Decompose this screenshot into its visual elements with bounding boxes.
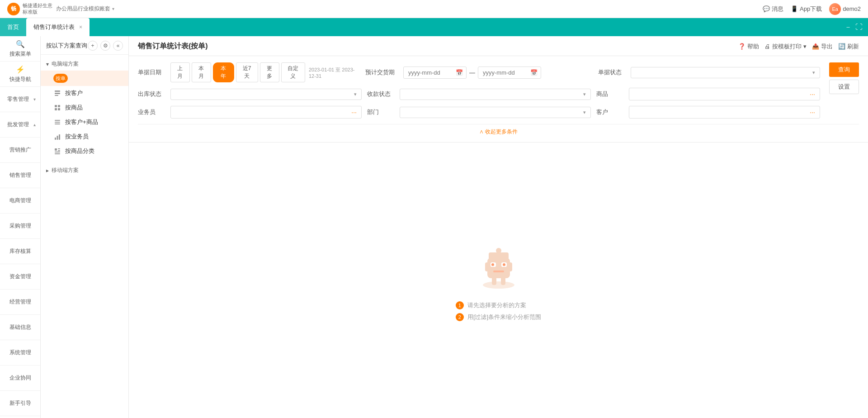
customer-more-icon[interactable]: ··· [810, 109, 815, 116]
sidebar-item-finance[interactable]: 资金管理 [0, 264, 40, 290]
customer-select[interactable]: ··· [629, 106, 820, 119]
scheme-item-by-product[interactable]: 按商品 [41, 100, 128, 115]
sidebar-item-corp-collab[interactable]: 企业协同 [0, 366, 40, 391]
sidebar-item-basic-info[interactable]: 基础信息 [0, 315, 40, 340]
status-select[interactable]: ▾ [631, 67, 820, 78]
scheme-item-by-salesperson[interactable]: 按业务员 [41, 129, 128, 144]
scheme-item-by-customer[interactable]: 按客户 [41, 86, 128, 100]
tab-close-icon[interactable]: × [79, 24, 82, 30]
salesperson-select[interactable]: ··· [170, 106, 362, 119]
scheme-item-by-order[interactable]: 按单 [41, 71, 128, 86]
sidebar-item-ecommerce[interactable]: 电商管理 [0, 188, 40, 214]
page-title-row: 销售订单统计表(按单) ❓ 帮助 🖨 按模板打印 ▾ 📤 [138, 42, 859, 56]
date-btn-custom[interactable]: 自定义 [281, 62, 305, 82]
sidebar-item-sales[interactable]: 销售管理 [0, 163, 40, 188]
left-panel-header: 按以下方案查询 + ⚙ « [41, 36, 128, 55]
query-btn-group: 查询 设置 [829, 62, 859, 119]
sidebar-item-operations[interactable]: 经营管理 [0, 290, 40, 315]
sidebar-item-wholesale[interactable]: 批发管理 ▴ [0, 112, 40, 138]
date-range-text: 2023-01-01 至 2023-12-31 [309, 66, 360, 79]
logo-area: 畅 畅捷通好生意 标准版 [7, 3, 52, 15]
ship-status-label: 出库状态 [138, 90, 165, 98]
calendar-end-icon[interactable]: 📅 [530, 69, 538, 76]
user-menu[interactable]: Ea demo2 [829, 3, 861, 15]
scheme-group-arrow-icon: ▾ [46, 61, 49, 67]
tab-expand-icon[interactable]: ⛶ [855, 23, 863, 31]
svg-rect-10 [55, 138, 56, 140]
collapse-panel-button[interactable]: « [113, 41, 123, 51]
collapse-bar[interactable]: ∧ 收起更多条件 [138, 124, 859, 136]
svg-rect-19 [487, 258, 510, 278]
page-title: 销售订单统计表(按单) [138, 42, 208, 51]
scheme-group-mobile: ▸ 移动端方案 [41, 161, 128, 180]
product-select[interactable]: ··· [629, 88, 820, 100]
svg-rect-8 [55, 122, 60, 123]
scheme-group-mobile-title[interactable]: ▸ 移动端方案 [41, 164, 128, 177]
salesperson-more-icon[interactable]: ··· [351, 109, 357, 116]
top-bar: 畅 畅捷通好生意 标准版 办公用品行业模拟账套 ▾ 💬 消息 📱 App下载 E… [0, 0, 868, 18]
refresh-button[interactable]: 🔄 刷新 [838, 43, 859, 51]
by-category-icon [53, 147, 61, 155]
logo-text: 畅捷通好生意 标准版 [23, 3, 52, 14]
date-btn-this-year[interactable]: 本年 [213, 62, 234, 82]
by-cust-prod-icon [53, 118, 61, 126]
add-scheme-button[interactable]: + [88, 41, 98, 51]
sidebar-item-marketing[interactable]: 营销推广 [0, 138, 40, 163]
sidebar-item-retail[interactable]: 零售管理 ▾ [0, 87, 40, 112]
expected-date-group: 📅 — 📅 [403, 66, 593, 79]
sidebar-item-search-menu[interactable]: 🔍 搜索菜单 [0, 36, 40, 62]
svg-rect-1 [55, 93, 60, 94]
search-menu-icon: 🔍 [16, 40, 25, 48]
help-button[interactable]: ❓ 帮助 [738, 43, 759, 51]
svg-rect-29 [489, 252, 509, 260]
calendar-start-icon[interactable]: 📅 [456, 69, 463, 76]
tab-minimize-icon[interactable]: － [844, 23, 852, 32]
date-btn-7days[interactable]: 近7天 [236, 62, 258, 82]
empty-hint-2: 2 用[过滤]条件来缩小分析范围 [456, 313, 541, 321]
right-panel: 销售订单统计表(按单) ❓ 帮助 🖨 按模板打印 ▾ 📤 [129, 36, 868, 418]
app-download-button[interactable]: 📱 App下载 [791, 5, 822, 13]
top-bar-left: 畅 畅捷通好生意 标准版 办公用品行业模拟账套 ▾ [7, 3, 114, 15]
tab-active[interactable]: 销售订单统计表 × [26, 18, 90, 36]
hint-num-2: 2 [456, 313, 464, 321]
tab-home[interactable]: 首页 [0, 18, 26, 36]
sidebar: 🔍 搜索菜单 ⚡ 快捷导航 零售管理 ▾ 批发管理 ▴ 营销推广 销售管理 电商… [0, 36, 41, 418]
breadcrumb: 办公用品行业模拟账套 ▾ [56, 5, 114, 13]
status-dropdown-icon: ▾ [812, 70, 815, 76]
scheme-item-by-cust-prod[interactable]: 按客户+商品 [41, 115, 128, 129]
scheme-group-desktop-title[interactable]: ▾ 电脑端方案 [41, 57, 128, 71]
status-label: 单据状态 [598, 68, 625, 76]
svg-rect-6 [58, 108, 60, 110]
logo-icon: 畅 [7, 3, 20, 15]
sidebar-item-system[interactable]: 系统管理 [0, 340, 40, 366]
collapse-text[interactable]: ∧ 收起更多条件 [479, 128, 518, 135]
messages-button[interactable]: 💬 消息 [763, 5, 783, 13]
date-btn-last-month[interactable]: 上月 [170, 62, 190, 82]
query-button[interactable]: 查询 [829, 62, 859, 77]
sidebar-item-app-center[interactable]: 应用中心 [0, 416, 40, 418]
svg-rect-26 [509, 262, 512, 271]
settings-button[interactable]: 设置 [829, 80, 859, 94]
sidebar-item-quick-nav[interactable]: ⚡ 快捷导航 [0, 62, 40, 87]
export-button[interactable]: 📤 导出 [812, 43, 833, 51]
expected-date-end-wrap: 📅 [478, 66, 541, 79]
product-more-icon[interactable]: ··· [810, 90, 815, 98]
ship-status-select[interactable]: ▾ [170, 89, 362, 100]
download-icon: 📱 [791, 5, 798, 12]
dept-select[interactable]: ▾ [400, 107, 591, 118]
sidebar-item-purchase[interactable]: 采购管理 [0, 214, 40, 239]
svg-rect-7 [55, 120, 60, 121]
scheme-item-by-category[interactable]: 按商品分类 [41, 144, 128, 158]
help-icon: ❓ [738, 43, 745, 50]
payment-status-select[interactable]: ▾ [400, 89, 591, 100]
sidebar-item-inventory[interactable]: 库存核算 [0, 239, 40, 264]
svg-rect-0 [55, 90, 60, 92]
customer-label: 客户 [596, 108, 623, 116]
date-btn-this-month[interactable]: 本月 [192, 62, 211, 82]
scheme-settings-button[interactable]: ⚙ [100, 41, 110, 51]
date-btn-more[interactable]: 更多 [260, 62, 279, 82]
print-dropdown-icon[interactable]: ▾ [803, 43, 807, 50]
breadcrumb-dropdown-icon[interactable]: ▾ [112, 6, 114, 11]
print-button[interactable]: 🖨 按模板打印 ▾ [764, 43, 807, 51]
sidebar-item-new-guide[interactable]: 新手引导 [0, 391, 40, 416]
